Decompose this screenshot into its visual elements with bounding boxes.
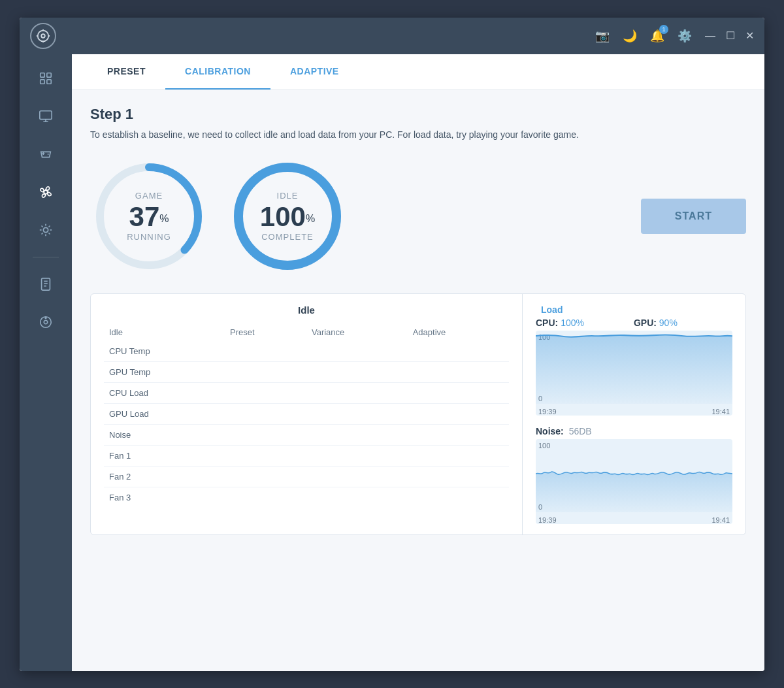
svg-line-19 bbox=[41, 225, 42, 227]
table-cell-adaptive bbox=[408, 424, 509, 445]
table-section-title: Idle bbox=[104, 304, 509, 316]
svg-point-0 bbox=[38, 30, 49, 41]
game-gauge-svg: GAME 37% RUNNING bbox=[90, 157, 208, 275]
table-cell-adaptive bbox=[408, 466, 509, 487]
table-section: Idle Idle Preset Variance Adaptive bbox=[91, 294, 522, 534]
cpu-label: CPU: 100% bbox=[536, 318, 584, 328]
data-table: Idle Preset Variance Adaptive CPU TempGP… bbox=[104, 323, 509, 508]
tab-calibration[interactable]: CALIBRATION bbox=[165, 54, 270, 90]
table-row: GPU Temp bbox=[104, 361, 509, 382]
window-controls: — ☐ ✕ bbox=[705, 29, 754, 42]
svg-line-21 bbox=[48, 225, 50, 227]
gauges-row: GAME 37% RUNNING bbox=[90, 157, 746, 275]
table-cell-adaptive bbox=[408, 382, 509, 403]
noise-chart-block: Noise: 56DB 100 0 bbox=[536, 426, 732, 524]
notification-badge: 1 bbox=[659, 25, 668, 34]
sidebar-divider bbox=[33, 257, 59, 257]
gpu-label: GPU: 90% bbox=[634, 318, 678, 328]
table-cell-label: GPU Temp bbox=[104, 361, 225, 382]
cpu-x-start: 19:39 bbox=[538, 408, 557, 416]
table-cell-label: Fan 3 bbox=[104, 487, 225, 508]
gear-icon[interactable]: ⚙️ bbox=[678, 29, 692, 43]
svg-point-14 bbox=[43, 227, 48, 232]
svg-line-20 bbox=[48, 233, 50, 234]
main-content: PRESET CALIBRATION ADAPTIVE Step 1 To es… bbox=[72, 54, 764, 671]
table-cell-label: Fan 1 bbox=[104, 445, 225, 466]
camera-icon[interactable]: 📷 bbox=[595, 29, 610, 43]
table-row: Fan 2 bbox=[104, 466, 509, 487]
cpu-x-labels: 19:39 19:41 bbox=[536, 406, 732, 416]
sidebar-item-lighting[interactable] bbox=[27, 214, 64, 246]
table-cell-adaptive bbox=[408, 403, 509, 424]
sidebar-item-fan[interactable] bbox=[27, 176, 64, 208]
svg-rect-10 bbox=[40, 110, 52, 119]
svg-point-13 bbox=[44, 190, 48, 194]
table-cell-adaptive bbox=[408, 361, 509, 382]
sidebar-item-monitor[interactable] bbox=[27, 100, 64, 133]
svg-rect-9 bbox=[47, 79, 51, 83]
idle-status-label: COMPLETE bbox=[260, 232, 315, 242]
table-cell-preset bbox=[225, 487, 306, 508]
data-panel-inner: Idle Idle Preset Variance Adaptive bbox=[91, 294, 745, 534]
bell-icon[interactable]: 🔔 1 bbox=[650, 29, 664, 43]
svg-line-22 bbox=[41, 233, 42, 234]
idle-gauge-svg: IDLE 100% COMPLETE bbox=[229, 157, 346, 275]
table-cell-preset bbox=[225, 382, 306, 403]
game-gauge: GAME 37% RUNNING bbox=[90, 157, 208, 275]
minimize-button[interactable]: — bbox=[705, 30, 715, 42]
sidebar bbox=[20, 54, 72, 671]
noise-x-start: 19:39 bbox=[538, 516, 557, 524]
table-cell-adaptive bbox=[408, 445, 509, 466]
table-cell-label: CPU Temp bbox=[104, 341, 225, 362]
noise-chart-area: 100 0 bbox=[536, 439, 732, 524]
svg-point-28 bbox=[44, 320, 48, 324]
table-cell-variance bbox=[306, 382, 408, 403]
moon-icon[interactable]: 🌙 bbox=[623, 29, 637, 43]
svg-rect-23 bbox=[42, 278, 50, 289]
start-button[interactable]: START bbox=[641, 199, 746, 234]
cpu-x-end: 19:41 bbox=[711, 408, 730, 416]
table-cell-label: Noise bbox=[104, 424, 225, 445]
sidebar-item-storage[interactable] bbox=[27, 306, 64, 338]
sidebar-item-profiles[interactable] bbox=[27, 268, 64, 301]
table-cell-preset bbox=[225, 466, 306, 487]
table-cell-variance bbox=[306, 361, 408, 382]
tab-preset[interactable]: PRESET bbox=[88, 54, 165, 90]
idle-percent-value: 100 bbox=[260, 201, 306, 232]
table-cell-label: CPU Load bbox=[104, 382, 225, 403]
tab-adaptive[interactable]: ADAPTIVE bbox=[270, 54, 359, 90]
table-cell-variance bbox=[306, 445, 408, 466]
gpu-value: 90% bbox=[659, 318, 678, 328]
table-row: Noise bbox=[104, 424, 509, 445]
step-title: Step 1 bbox=[90, 106, 746, 123]
close-button[interactable]: ✕ bbox=[745, 29, 754, 42]
table-cell-variance bbox=[306, 341, 408, 362]
noise-value: 56DB bbox=[569, 426, 592, 436]
table-row: GPU Load bbox=[104, 403, 509, 424]
noise-x-end: 19:41 bbox=[711, 516, 730, 524]
table-cell-preset bbox=[225, 403, 306, 424]
svg-rect-7 bbox=[47, 73, 51, 76]
load-link[interactable]: Load bbox=[541, 304, 563, 315]
maximize-button[interactable]: ☐ bbox=[726, 29, 735, 42]
idle-gauge: IDLE 100% COMPLETE bbox=[229, 157, 346, 275]
sidebar-item-dashboard[interactable] bbox=[27, 62, 64, 95]
title-bar-icons: 📷 🌙 🔔 1 ⚙️ bbox=[595, 29, 692, 43]
idle-type-label: IDLE bbox=[260, 191, 315, 201]
game-status-label: RUNNING bbox=[127, 232, 171, 242]
game-gauge-label: GAME 37% RUNNING bbox=[127, 191, 171, 242]
table-cell-label: Fan 2 bbox=[104, 466, 225, 487]
cpu-value: 100% bbox=[561, 318, 584, 328]
svg-point-1 bbox=[41, 34, 45, 38]
load-header: Load bbox=[536, 304, 732, 315]
table-cell-adaptive bbox=[408, 487, 509, 508]
table-cell-preset bbox=[225, 424, 306, 445]
noise-label: Noise: bbox=[536, 426, 564, 436]
idle-gauge-label: IDLE 100% COMPLETE bbox=[260, 191, 315, 242]
app-window: 📷 🌙 🔔 1 ⚙️ — ☐ ✕ bbox=[20, 18, 764, 671]
table-cell-adaptive bbox=[408, 341, 509, 362]
cpu-chart-area: 100 0 bbox=[536, 331, 732, 416]
sidebar-item-gaming[interactable] bbox=[27, 138, 64, 171]
table-cell-variance bbox=[306, 424, 408, 445]
charts-section: Load CPU: 100% GPU: 90% bbox=[522, 294, 745, 534]
